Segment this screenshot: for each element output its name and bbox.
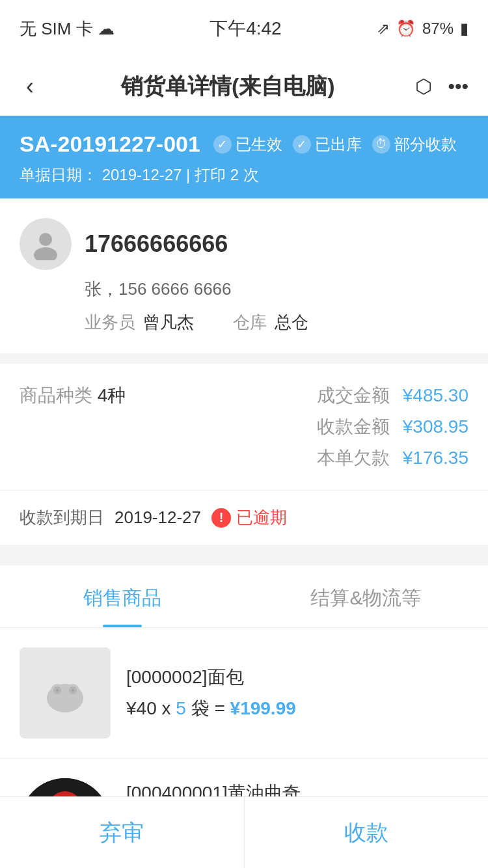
abandon-review-label: 弃审 [100,818,144,848]
print-count-val: 2 [230,166,239,183]
svg-point-0 [39,233,52,246]
overdue-icon: ! [211,508,231,528]
badge-shipped-label: 已出库 [315,134,362,155]
deal-amount: ¥485.30 [403,385,468,406]
due-section: 收款到期日 2019-12-27 ! 已逾期 [0,490,488,545]
print-label: 打印 [195,166,226,183]
product-name-1: [0000002]面包 [126,665,468,690]
collect-payment-label: 收款 [344,818,388,848]
summary-section: 商品种类 4种 成交金额 ¥485.30 收款金额 ¥308.95 本单欠款 ¥… [0,364,488,490]
print-unit-val: 次 [243,166,259,183]
sales-name: 曾凡杰 [143,311,194,334]
overdue-badge: ! 已逾期 [211,506,287,529]
date-label: 单据日期： [20,166,98,183]
divider-1 [0,353,488,364]
badge-partial-label: 部分收款 [394,134,457,155]
product-item-1: [0000002]面包 ¥40 x 5 袋 = ¥199.99 [0,628,488,759]
customer-contact: 张，156 6666 6666 [85,278,468,301]
location-icon: ⇗ [377,20,390,38]
badge-partial: ⏱ 部分收款 [372,134,457,155]
check-icon-1: ✓ [213,135,232,154]
share-icon[interactable]: ⬡ [415,75,432,98]
nav-actions: ⬡ ••• [415,75,468,98]
unit-price-1: ¥40 [126,698,157,718]
status-right: ⇗ ⏰ 87% ▮ [377,20,468,38]
warehouse-label: 仓库 [233,311,267,334]
check-icon-2: ✓ [293,135,311,154]
customer-row: 17666666666 [20,218,468,270]
summary-right: 成交金额 ¥485.30 收款金额 ¥308.95 本单欠款 ¥176.35 [317,383,468,470]
order-date: 2019-12-27 [102,166,182,183]
status-badges: ✓ 已生效 ✓ 已出库 ⏱ 部分收款 [213,134,457,155]
svg-point-1 [34,247,57,260]
order-id: SA-20191227-001 [20,131,200,157]
due-label: 收款到期日 [20,506,104,529]
warehouse-meta: 仓库 总仓 [233,311,308,334]
sales-label: 业务员 [85,311,135,334]
badge-effective: ✓ 已生效 [213,134,282,155]
svg-point-7 [56,689,59,692]
received-row: 收款金额 ¥308.95 [317,414,468,439]
avatar [20,218,72,270]
deal-label: 成交金额 [317,383,390,408]
category-label: 商品种类 [20,385,92,405]
warehouse-name: 总仓 [275,311,308,334]
page-title: 销货单详情(来自电脑) [121,72,335,102]
sim-label: 无 SIM 卡 ☁ [20,18,115,40]
more-icon[interactable]: ••• [448,75,468,98]
order-header: SA-20191227-001 ✓ 已生效 ✓ 已出库 ⏱ 部分收款 单据日期：… [0,116,488,198]
debt-amount: ¥176.35 [403,448,468,468]
product-info-1: [0000002]面包 ¥40 x 5 袋 = ¥199.99 [126,665,468,721]
abandon-review-button[interactable]: 弃审 [0,797,245,868]
tab-sales-products[interactable]: 销售商品 [0,565,244,627]
tab-sales-label: 销售商品 [83,587,161,608]
total-1: ¥199.99 [230,698,296,718]
product-id-1: [0000002] [126,667,208,687]
alarm-icon: ⏰ [396,20,416,38]
deal-row: 成交金额 ¥485.30 [317,383,468,408]
received-label: 收款金额 [317,414,390,439]
product-price-1: ¥40 x 5 袋 = ¥199.99 [126,696,468,721]
collect-payment-button[interactable]: 收款 [245,797,489,868]
equals-1: = [214,698,230,718]
qty-1: 5 [176,698,186,718]
category-value-text: 4种 [98,385,126,405]
status-bar: 无 SIM 卡 ☁ 下午4:42 ⇗ ⏰ 87% ▮ [0,0,488,57]
summary-grid: 商品种类 4种 成交金额 ¥485.30 收款金额 ¥308.95 本单欠款 ¥… [20,383,468,470]
bottom-bar: 弃审 收款 [0,796,488,868]
product-image-1 [20,647,111,739]
overdue-text: 已逾期 [236,506,287,529]
badge-effective-label: 已生效 [236,134,282,155]
product-title-1: 面包 [208,667,244,687]
divider-2 [0,545,488,555]
order-date-row: 单据日期： 2019-12-27 | 打印 2 次 [20,165,468,185]
sales-meta: 业务员 曾凡杰 [85,311,194,334]
owl-icon [39,667,91,719]
customer-section: 17666666666 张，156 6666 6666 业务员 曾凡杰 仓库 总… [0,198,488,353]
unit-1: 袋 [191,698,210,718]
nav-bar: ‹ 销货单详情(来自电脑) ⬡ ••• [0,57,488,116]
status-left: 无 SIM 卡 ☁ [20,18,115,40]
person-icon [29,228,62,260]
svg-point-8 [72,689,74,692]
tabs-row: 销售商品 结算&物流等 [0,565,488,628]
clock-icon: ⏱ [372,135,390,154]
battery-level: 87% [422,20,454,38]
debt-label: 本单欠款 [317,446,390,470]
due-date-value: 2019-12-27 [115,508,201,528]
battery-icon: ▮ [460,20,468,38]
badge-shipped: ✓ 已出库 [293,134,362,155]
received-amount: ¥308.95 [403,416,468,437]
summary-left: 商品种类 4种 [20,383,126,470]
back-button[interactable]: ‹ [20,66,40,107]
status-time: 下午4:42 [210,16,282,41]
tab-settlement[interactable]: 结算&物流等 [244,565,488,627]
tab-settlement-label: 结算&物流等 [310,587,421,608]
debt-row: 本单欠款 ¥176.35 [317,446,468,470]
multiply-1: x [162,698,176,718]
customer-meta: 业务员 曾凡杰 仓库 总仓 [85,311,468,334]
customer-name: 17666666666 [85,230,228,258]
print-separator: | [186,166,195,183]
